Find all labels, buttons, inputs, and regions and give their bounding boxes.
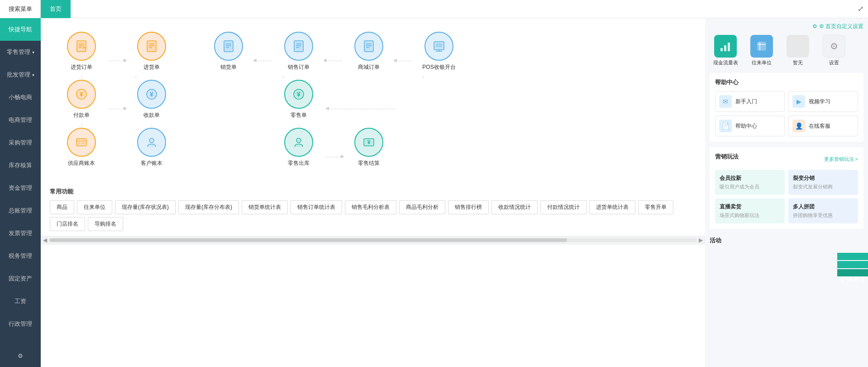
sidebar-item-finance[interactable]: 资金管理 (0, 177, 41, 199)
float-buttons: 客服热线 服务社区 桌面快捷 (837, 253, 868, 276)
flow-node-receipt[interactable]: ¥ 收款单 (124, 80, 179, 119)
help-item-help[interactable]: 📄 帮助中心 (715, 116, 785, 136)
sidebar-item-general[interactable]: 总账管理 (0, 199, 41, 222)
svg-text:¥: ¥ (80, 91, 83, 98)
sidebar-item-wholesale-mgmt[interactable]: 批发管理 ▾ (0, 63, 41, 86)
retail-settlement-icon: ¥ (354, 128, 383, 157)
func-button[interactable]: 现存量(库存状况表) (115, 200, 176, 214)
marketing-item-member[interactable]: 会员拉新 吸引用户成为会员 (715, 170, 785, 195)
marketing-item-live[interactable]: 直播卖货 场景式购物新玩法 (715, 198, 785, 223)
help-item-beginner[interactable]: ✉ 新手入门 (715, 91, 785, 112)
flow-node-supplier-account[interactable]: 供应商账本 (54, 128, 109, 167)
flow-node-payment[interactable]: ¥ 付款单 (54, 80, 109, 119)
scroll-right-button[interactable]: ▶ (699, 237, 703, 243)
down-arrow-receipt: ↓ (124, 121, 179, 128)
flow-node-retail-order[interactable]: ¥ 零售单 (272, 80, 326, 119)
beginner-label: 新手入门 (735, 98, 757, 106)
flow-node-customer-account[interactable]: 客户账本 (124, 128, 179, 167)
homepage-settings[interactable]: ⚙ ⚙ 首页自定义设置 (710, 23, 863, 30)
func-button[interactable]: 销售订单统计表 (291, 200, 342, 214)
svg-rect-41 (758, 42, 766, 50)
func-button[interactable]: 销售毛利分析表 (345, 200, 396, 214)
customer-service-button[interactable]: 客服热线 (837, 253, 868, 260)
scrollbar-thumb[interactable] (49, 238, 567, 242)
func-button[interactable]: 商品毛利分析 (399, 200, 445, 214)
search-menu-button[interactable]: 搜索菜单 (0, 0, 41, 18)
marketing-header: 营销玩法 更多营销玩法 > (715, 153, 858, 165)
func-button[interactable]: 零售开单 (638, 200, 673, 214)
desktop-button[interactable]: 桌面快捷 (837, 269, 868, 276)
sidebar-item-quick-nav[interactable]: 快捷导航 (0, 18, 41, 41)
sidebar-item-xiaochang[interactable]: 小畅电商 (0, 86, 41, 109)
sidebar-item-purchase[interactable]: 采购管理 (0, 131, 41, 154)
flow-node-sales-bill[interactable]: 销货单 (201, 32, 256, 71)
community-button[interactable]: 服务社区 (837, 261, 868, 268)
marketing-item-fission[interactable]: 裂变分销 裂变式发展分销商 (788, 170, 858, 195)
func-button[interactable]: 门店排名 (50, 217, 85, 231)
func-button[interactable]: 导购排名 (88, 217, 123, 231)
sidebar-settings-button[interactable]: ⚙ (0, 344, 41, 367)
group-desc: 拼团购物享受优惠 (793, 212, 854, 219)
scrollbar-track[interactable] (49, 238, 696, 242)
func-button[interactable]: 商品 (50, 200, 74, 214)
sidebar-item-label: 采购管理 (9, 139, 32, 147)
quick-icon-cash-flow[interactable]: 现金流量表 (710, 35, 741, 66)
purchase-bill-icon (137, 32, 166, 61)
flow-node-retail-outbound[interactable]: 零售出库 (272, 128, 326, 167)
func-grid: 商品往来单位现存量(库存状况表)现存量(库存分布表)销货单统计表销售订单统计表销… (50, 200, 696, 231)
sidebar-item-salary[interactable]: 工资 (0, 290, 41, 313)
sidebar-item-label: 行政管理 (9, 320, 32, 328)
sidebar-item-invoice[interactable]: 发票管理 (0, 222, 41, 245)
flow-row-2: ¥ 付款单 ▶ (54, 80, 692, 119)
sidebar-item-fixed-assets[interactable]: 固定资产 (0, 267, 41, 290)
func-button[interactable]: 销货单统计表 (242, 200, 288, 214)
retail-order-icon: ¥ (284, 80, 313, 109)
home-tab[interactable]: 首页 (41, 0, 71, 18)
help-item-service[interactable]: 👤 在线客服 (788, 116, 858, 136)
sidebar-item-retail-mgmt[interactable]: 零售管理 ▾ (0, 41, 41, 63)
quick-icon-settings[interactable]: ⚙ 设置 (818, 35, 850, 66)
scroll-left-button[interactable]: ◀ (43, 237, 47, 243)
func-button[interactable]: 进货单统计表 (589, 200, 635, 214)
flow-node-pos[interactable]: POS收银开台 (412, 32, 466, 71)
sidebar-item-tax[interactable]: 税务管理 (0, 245, 41, 267)
chevron-down-icon: ▾ (32, 72, 34, 77)
help-grid: ✉ 新手入门 ▶ 视频学习 📄 帮助中心 👤 在线客服 (715, 91, 858, 136)
contacts-label: 往来单位 (752, 59, 772, 66)
more-marketing-link[interactable]: 更多营销玩法 > (824, 156, 858, 163)
quick-icon-none[interactable]: 暂无 (782, 35, 814, 66)
pos-label: POS收银开台 (422, 63, 455, 71)
svg-rect-8 (224, 41, 233, 52)
sidebar-item-ecommerce[interactable]: 电商管理 (0, 109, 41, 131)
flow-node-purchase-bill[interactable]: 进货单 (124, 32, 179, 71)
flow-node-sales-order[interactable]: 销售订单 (272, 32, 326, 71)
settings-gear-icon: ⚙ (823, 35, 845, 58)
video-label: 视频学习 (809, 98, 830, 106)
right-panel: ⚙ ⚙ 首页自定义设置 现金流量表 (705, 18, 868, 367)
flow-node-retail-settlement[interactable]: ¥ 零售结算 (342, 128, 396, 167)
flow-node-purchase-order[interactable]: 进货订单 (54, 32, 109, 71)
fullscreen-button[interactable]: ⤢ (858, 5, 863, 13)
service-icon: 👤 (792, 120, 805, 132)
arrow-right-1: ▶ (109, 61, 124, 71)
sales-order-icon (284, 32, 313, 61)
receipt-label: 收款单 (143, 111, 160, 119)
sales-order-label: 销售订单 (288, 63, 310, 71)
quick-icon-contacts[interactable]: 往来单位 (746, 35, 777, 66)
sidebar-item-inventory[interactable]: 库存核算 (0, 154, 41, 177)
sidebar-item-other[interactable]: 行政管理 (0, 313, 41, 335)
flow-node-mall-order[interactable]: 商城订单 (342, 32, 396, 71)
retail-order-label: 零售单 (291, 111, 307, 119)
cash-flow-label: 现金流量表 (713, 59, 738, 66)
func-button[interactable]: 销售排行榜 (448, 200, 489, 214)
group-title: 多人拼团 (793, 203, 854, 211)
func-button[interactable]: 现存量(库存分布表) (178, 200, 239, 214)
settings-icon: ⚙ (812, 23, 817, 29)
func-button[interactable]: 往来单位 (77, 200, 112, 214)
marketing-item-group[interactable]: 多人拼团 拼团购物享受优惠 (788, 198, 858, 223)
help-item-video[interactable]: ▶ 视频学习 (788, 91, 858, 112)
payment-label: 付款单 (73, 111, 90, 119)
down-arrows-row: ↓ ↓ ↓ ↓ (54, 73, 692, 80)
func-button[interactable]: 付款情况统计 (540, 200, 587, 214)
func-button[interactable]: 收款情况统计 (491, 200, 538, 214)
